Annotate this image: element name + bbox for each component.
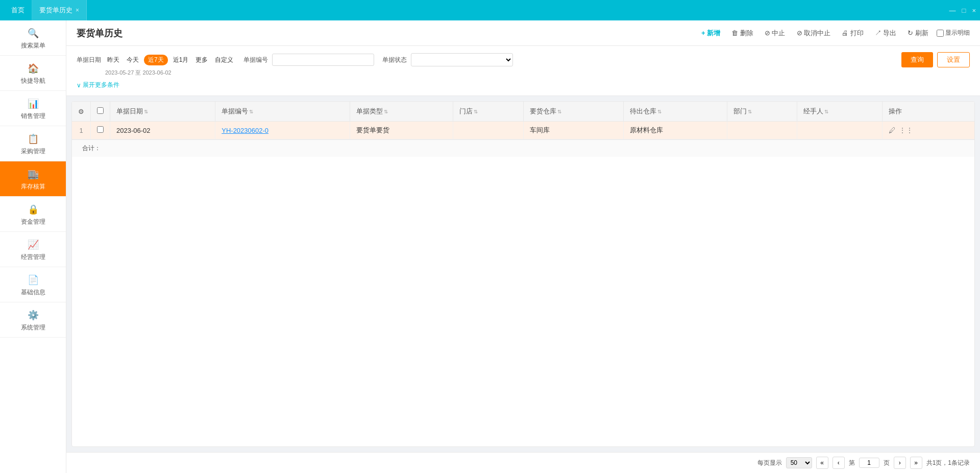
minimize-icon[interactable]: — (949, 7, 956, 14)
delete-button[interactable]: 🗑 删除 (728, 27, 756, 40)
sort-pendingwh-icon[interactable]: ⇅ (657, 109, 662, 114)
sort-billno-icon[interactable]: ⇅ (249, 109, 253, 114)
sidebar-item-label: 资金管理 (21, 218, 45, 226)
col-checkbox (91, 102, 110, 122)
maximize-icon[interactable]: □ (962, 7, 966, 14)
sort-dept-icon[interactable]: ⇅ (748, 109, 752, 114)
last-page-button[interactable]: » (910, 457, 922, 469)
header-actions: + 新增 🗑 删除 ⊘ 中止 ⊘ 取消中止 🖨 打印 ↗ 导出 ↻ 刷新 显示明… (698, 27, 970, 40)
row-num: 1 (72, 122, 91, 139)
display-detail-label: 显示明细 (945, 29, 970, 37)
sidebar-item-basic-info[interactable]: 📄 基础信息 (0, 267, 66, 302)
page-label-pre: 第 (849, 459, 855, 467)
ops-icon: 📈 (28, 239, 39, 250)
purchase-icon: 📋 (28, 133, 39, 145)
page-label-post: 页 (884, 459, 890, 467)
row-date: 2023-06-02 (110, 122, 215, 139)
col-req-wh: 要货仓库⇅ (523, 102, 623, 122)
status-select[interactable] (411, 53, 513, 66)
sales-icon: 📊 (28, 98, 39, 109)
col-pending-wh: 待出仓库⇅ (623, 102, 727, 122)
sidebar-item-label: 采购管理 (21, 147, 45, 156)
close-window-icon[interactable]: × (972, 7, 976, 14)
op-edit-icon[interactable]: 🖊 (889, 126, 896, 134)
sidebar-item-ops-mgmt[interactable]: 📈 经营管理 (0, 232, 66, 267)
top-bar: 首页 要货单历史 × — □ × (0, 0, 980, 20)
row-bill-type: 要货单要货 (350, 122, 453, 139)
settings-button[interactable]: 设置 (937, 52, 970, 67)
quick-nav-icon: 🏠 (28, 63, 39, 74)
shortcut-7days[interactable]: 近7天 (144, 55, 168, 65)
sort-date-icon[interactable]: ⇅ (144, 109, 148, 114)
refresh-button[interactable]: ↻ 刷新 (904, 27, 932, 40)
col-settings[interactable]: ⚙ (72, 102, 91, 122)
expand-more-btn[interactable]: ∨ 展开更多条件 (77, 81, 970, 89)
sidebar-item-label: 基础信息 (21, 288, 45, 297)
sidebar-item-search-menu[interactable]: 🔍 搜索菜单 (0, 20, 66, 56)
tab-active[interactable]: 要货单历史 × (32, 0, 87, 20)
capital-icon: 🔒 (28, 204, 39, 215)
row-select-checkbox[interactable] (97, 126, 104, 133)
sort-handler-icon[interactable]: ⇅ (824, 109, 828, 114)
table-row: 1 2023-06-02 YH-20230602-0 要货单要货 车间库 原材料… (72, 122, 974, 139)
new-button[interactable]: + 新增 (698, 27, 723, 40)
bill-no-input[interactable] (272, 54, 374, 66)
sidebar-item-purchase-mgmt[interactable]: 📋 采购管理 (0, 126, 66, 161)
col-bill-type: 单据类型⇅ (350, 102, 453, 122)
op-more-icon[interactable]: ⋮⋮ (899, 126, 913, 134)
date-filter-group: 单据日期 昨天 今天 近7天 近1月 更多 自定义 (77, 55, 235, 65)
sort-billtype-icon[interactable]: ⇅ (384, 109, 388, 114)
print-button[interactable]: 🖨 打印 (839, 27, 867, 40)
stop-button[interactable]: ⊘ 中止 (762, 27, 789, 40)
pagination-bar: 每页显示 50 10 20 100 « ‹ 第 页 › » 共1页，1条记录 (66, 452, 980, 473)
tab-active-label: 要货单历史 (39, 6, 72, 15)
page-title: 要货单历史 (77, 27, 122, 39)
sidebar-item-capital-mgmt[interactable]: 🔒 资金管理 (0, 197, 66, 232)
shortcut-yesterday[interactable]: 昨天 (105, 55, 121, 65)
display-detail-toggle[interactable]: 显示明细 (937, 29, 970, 37)
sidebar-item-label: 销售管理 (21, 112, 45, 121)
sidebar-item-sales-mgmt[interactable]: 📊 销售管理 (0, 91, 66, 126)
tab-home[interactable]: 首页 (4, 0, 32, 20)
per-page-select[interactable]: 50 10 20 100 (786, 457, 812, 468)
display-detail-checkbox[interactable] (937, 30, 944, 37)
date-range-text: 2023-05-27 至 2023-06-02 (105, 69, 970, 77)
first-page-button[interactable]: « (816, 457, 828, 469)
table-wrapper: ⚙ 单据日期⇅ 单据编号⇅ 单据类型⇅ (71, 101, 975, 447)
bill-no-label: 单据编号 (243, 56, 268, 64)
bill-no-link[interactable]: YH-20230602-0 (222, 127, 268, 134)
sort-store-icon[interactable]: ⇅ (474, 109, 478, 114)
shortcut-today[interactable]: 今天 (125, 55, 141, 65)
row-dept (727, 122, 797, 139)
date-shortcuts: 昨天 今天 近7天 近1月 更多 自定义 (105, 55, 235, 65)
sidebar-item-label: 快捷导航 (21, 77, 45, 85)
select-all-checkbox[interactable] (97, 107, 104, 114)
sort-reqwh-icon[interactable]: ⇅ (557, 109, 561, 114)
page-number-input[interactable] (859, 458, 879, 468)
query-button[interactable]: 查询 (901, 52, 933, 67)
status-filter-group: 单据状态 (382, 53, 513, 66)
tab-home-label: 首页 (11, 6, 24, 15)
tab-close-icon[interactable]: × (76, 7, 79, 14)
chevron-down-icon: ∨ (77, 82, 81, 89)
shortcut-custom[interactable]: 自定义 (213, 55, 235, 65)
next-page-button[interactable]: › (894, 457, 906, 469)
search-menu-icon: 🔍 (28, 28, 39, 39)
row-ops: 🖊 ⋮⋮ (883, 122, 974, 139)
row-store (453, 122, 524, 139)
prev-page-button[interactable]: ‹ (832, 457, 845, 469)
col-ops: 操作 (883, 102, 974, 122)
shortcut-more[interactable]: 更多 (193, 55, 210, 65)
sidebar-item-inventory[interactable]: 🏬 库存核算 (0, 161, 66, 197)
shortcut-1month[interactable]: 近1月 (171, 55, 191, 65)
col-bill-no: 单据编号⇅ (215, 102, 350, 122)
window-controls: — □ × (949, 7, 976, 14)
cancel-stop-button[interactable]: ⊘ 取消中止 (794, 27, 834, 40)
table-settings-icon[interactable]: ⚙ (78, 108, 84, 115)
date-filter-label: 单据日期 (77, 56, 101, 64)
bill-no-filter-group: 单据编号 (243, 54, 374, 66)
table-summary-footer: 合计： (72, 139, 974, 157)
sidebar-item-quick-nav[interactable]: 🏠 快捷导航 (0, 56, 66, 91)
sidebar-item-sys-mgmt[interactable]: ⚙️ 系统管理 (0, 302, 66, 338)
export-button[interactable]: ↗ 导出 (872, 27, 900, 40)
